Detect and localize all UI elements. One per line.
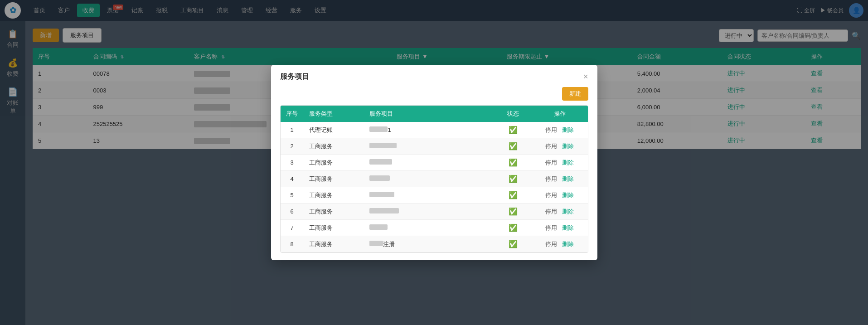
modal-row-type: 工商服务 (304, 236, 364, 252)
modal-row-type: 工商服务 (304, 187, 364, 204)
modal-close-button[interactable]: × (583, 72, 588, 82)
modal-row-status: ✅ (495, 204, 532, 220)
modal-row-type: 工商服务 (304, 171, 364, 187)
delete-button[interactable]: 删除 (562, 241, 574, 247)
modal-row-type: 工商服务 (304, 155, 364, 171)
modal-row-actions: 停用 删除 (532, 236, 587, 252)
delete-button[interactable]: 删除 (562, 224, 574, 231)
modal-table-row: 2 工商服务 ✅ 停用 删除 (281, 138, 588, 155)
modal-row-actions: 停用 删除 (532, 187, 587, 204)
stop-button[interactable]: 停用 (545, 175, 557, 182)
modal-table-row: 4 工商服务 ✅ 停用 删除 (281, 171, 588, 187)
service-table: 序号 服务类型 服务项目 状态 操作 1 代理记账 1 ✅ (281, 106, 588, 252)
modal-row-status: ✅ (495, 236, 532, 252)
modal-row-no: 7 (281, 220, 304, 236)
delete-button[interactable]: 删除 (562, 192, 574, 199)
stop-button[interactable]: 停用 (545, 208, 557, 215)
modal-row-type: 工商服务 (304, 204, 364, 220)
stop-button[interactable]: 停用 (545, 143, 557, 150)
modal-col-no: 序号 (281, 106, 304, 122)
modal-table-row: 5 工商服务 ✅ 停用 删除 (281, 187, 588, 204)
modal-table-row: 6 工商服务 ✅ 停用 删除 (281, 204, 588, 220)
modal-row-status: ✅ (495, 122, 532, 138)
modal-table-row: 3 工商服务 ✅ 停用 删除 (281, 155, 588, 171)
modal-overlay: 服务项目 × 新建 序号 服务类型 服务项目 状态 操作 (0, 0, 868, 325)
modal-row-item (364, 187, 495, 204)
modal-row-actions: 停用 删除 (532, 155, 587, 171)
modal-scroll-area[interactable]: 序号 服务类型 服务项目 状态 操作 1 代理记账 1 ✅ (280, 105, 588, 253)
modal-row-status: ✅ (495, 155, 532, 171)
modal-col-status: 状态 (495, 106, 532, 122)
delete-button[interactable]: 删除 (562, 175, 574, 182)
modal-row-no: 8 (281, 236, 304, 252)
modal-row-item: 注册 (364, 236, 495, 252)
modal-row-actions: 停用 删除 (532, 204, 587, 220)
modal-row-status: ✅ (495, 171, 532, 187)
modal-row-type: 工商服务 (304, 138, 364, 155)
modal-row-item (364, 220, 495, 236)
stop-button[interactable]: 停用 (545, 224, 557, 231)
modal-row-item (364, 155, 495, 171)
delete-button[interactable]: 删除 (562, 208, 574, 215)
service-modal: 服务项目 × 新建 序号 服务类型 服务项目 状态 操作 (271, 65, 597, 260)
delete-button[interactable]: 删除 (562, 159, 574, 166)
modal-table-row: 7 工商服务 ✅ 停用 删除 (281, 220, 588, 236)
modal-row-actions: 停用 删除 (532, 171, 587, 187)
delete-button[interactable]: 删除 (562, 143, 574, 150)
modal-col-action: 操作 (532, 106, 587, 122)
modal-new-button[interactable]: 新建 (562, 87, 588, 101)
modal-header: 服务项目 × (271, 65, 597, 82)
modal-row-no: 6 (281, 204, 304, 220)
modal-row-no: 2 (281, 138, 304, 155)
modal-row-item (364, 138, 495, 155)
modal-row-type: 代理记账 (304, 122, 364, 138)
modal-row-item (364, 204, 495, 220)
modal-row-actions: 停用 删除 (532, 122, 587, 138)
modal-row-no: 1 (281, 122, 304, 138)
stop-button[interactable]: 停用 (545, 126, 557, 133)
stop-button[interactable]: 停用 (545, 192, 557, 199)
modal-row-type: 工商服务 (304, 220, 364, 236)
modal-header-row: 序号 服务类型 服务项目 状态 操作 (281, 106, 588, 122)
modal-row-status: ✅ (495, 187, 532, 204)
modal-row-item: 1 (364, 122, 495, 138)
modal-body: 新建 序号 服务类型 服务项目 状态 操作 (271, 82, 597, 260)
modal-row-status: ✅ (495, 220, 532, 236)
modal-title: 服务项目 (280, 72, 309, 82)
modal-row-no: 5 (281, 187, 304, 204)
modal-table-row: 8 工商服务 注册 ✅ 停用 删除 (281, 236, 588, 252)
modal-row-item (364, 171, 495, 187)
delete-button[interactable]: 删除 (562, 126, 574, 133)
modal-row-no: 3 (281, 155, 304, 171)
modal-row-no: 4 (281, 171, 304, 187)
modal-row-actions: 停用 删除 (532, 220, 587, 236)
modal-row-actions: 停用 删除 (532, 138, 587, 155)
modal-toolbar: 新建 (280, 87, 588, 101)
modal-col-type: 服务类型 (304, 106, 364, 122)
modal-table-row: 1 代理记账 1 ✅ 停用 删除 (281, 122, 588, 138)
stop-button[interactable]: 停用 (545, 241, 557, 247)
modal-row-status: ✅ (495, 138, 532, 155)
stop-button[interactable]: 停用 (545, 159, 557, 166)
modal-col-item: 服务项目 (364, 106, 495, 122)
